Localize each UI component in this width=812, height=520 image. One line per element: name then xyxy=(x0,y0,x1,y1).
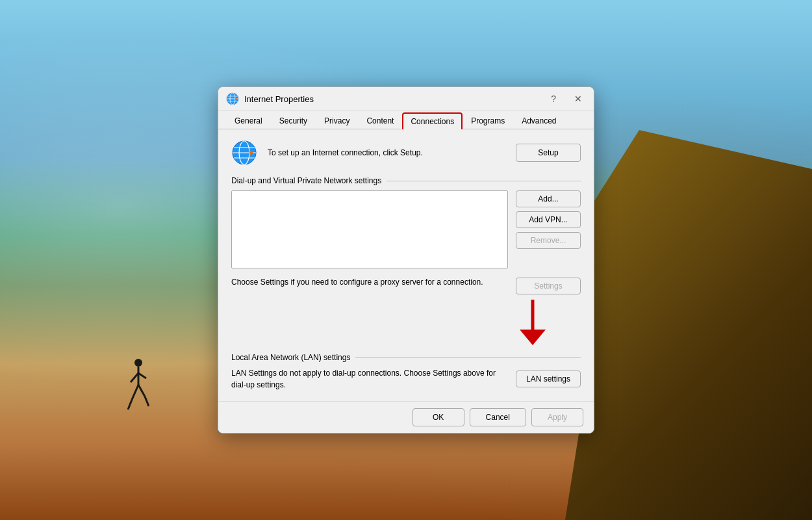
lan-section-label: Local Area Network (LAN) settings xyxy=(231,353,350,362)
internet-properties-dialog: Internet Properties ? ✕ General Security… xyxy=(218,86,594,434)
tab-connections[interactable]: Connections xyxy=(402,112,463,129)
arrow-annotation xyxy=(231,300,581,345)
help-button[interactable]: ? xyxy=(547,93,560,105)
lan-section-header: Local Area Network (LAN) settings xyxy=(231,353,581,362)
dialog-footer: OK Cancel Apply xyxy=(218,401,594,433)
network-setup-icon xyxy=(231,140,257,166)
tab-programs[interactable]: Programs xyxy=(463,112,513,129)
vpn-area: Add... Add VPN... Remove... xyxy=(231,190,581,268)
lan-description: LAN Settings do not apply to dial-up con… xyxy=(231,367,508,391)
proxy-section: Choose Settings if you need to configure… xyxy=(231,276,581,294)
setup-button[interactable]: Setup xyxy=(516,144,581,162)
dialup-section-header: Dial-up and Virtual Private Network sett… xyxy=(231,176,581,185)
settings-button[interactable]: Settings xyxy=(516,278,581,294)
apply-button[interactable]: Apply xyxy=(531,408,583,426)
dialog-backdrop: Internet Properties ? ✕ General Security… xyxy=(0,0,812,520)
vpn-connections-list[interactable] xyxy=(231,190,508,268)
tab-privacy[interactable]: Privacy xyxy=(316,112,358,129)
tab-advanced[interactable]: Advanced xyxy=(513,112,565,129)
dialog-body: To set up an Internet connection, click … xyxy=(218,129,594,401)
title-bar-left: Internet Properties xyxy=(226,92,314,105)
lan-divider xyxy=(355,358,581,358)
dialup-divider xyxy=(387,181,581,181)
remove-button[interactable]: Remove... xyxy=(516,232,581,249)
close-button[interactable]: ✕ xyxy=(570,93,586,105)
title-bar: Internet Properties ? ✕ xyxy=(218,87,594,111)
dialog-title: Internet Properties xyxy=(244,94,314,104)
dialup-section-label: Dial-up and Virtual Private Network sett… xyxy=(231,176,381,185)
dialog-icon xyxy=(226,92,239,105)
vpn-buttons: Add... Add VPN... Remove... xyxy=(516,190,581,268)
ok-button[interactable]: OK xyxy=(412,408,464,426)
red-down-arrow xyxy=(520,300,546,345)
cancel-button[interactable]: Cancel xyxy=(470,408,526,426)
tabs-bar: General Security Privacy Content Connect… xyxy=(218,111,594,129)
svg-marker-21 xyxy=(520,330,546,345)
lan-row: LAN Settings do not apply to dial-up con… xyxy=(231,367,581,391)
lan-settings-button[interactable]: LAN settings xyxy=(516,370,581,387)
setup-description: To set up an Internet connection, click … xyxy=(268,148,505,157)
setup-section: To set up an Internet connection, click … xyxy=(231,140,581,166)
add-button[interactable]: Add... xyxy=(516,190,581,207)
tab-security[interactable]: Security xyxy=(271,112,316,129)
add-vpn-button[interactable]: Add VPN... xyxy=(516,211,581,228)
tab-general[interactable]: General xyxy=(226,112,271,129)
title-bar-controls: ? ✕ xyxy=(547,93,586,105)
tab-content[interactable]: Content xyxy=(358,112,402,129)
proxy-description: Choose Settings if you need to configure… xyxy=(231,276,508,288)
